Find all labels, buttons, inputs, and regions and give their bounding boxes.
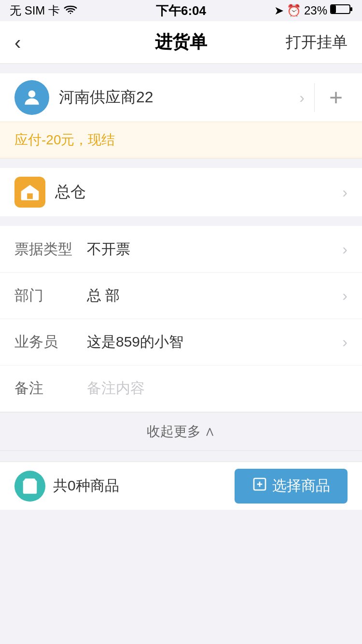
form-card: 票据类型 不开票 › 部门 总 部 › 业务员 这是859的小智 › 备注 备注…: [0, 226, 362, 411]
svg-point-4: [28, 90, 36, 98]
supplier-row[interactable]: 河南供应商22 › +: [0, 73, 362, 122]
invoice-value: 不开票: [82, 239, 342, 259]
cart-icon: [14, 471, 45, 502]
add-supplier-button[interactable]: +: [324, 86, 348, 109]
svg-point-0: [70, 13, 71, 14]
product-count: 共0种商品: [53, 476, 235, 496]
section-divider-4: [0, 451, 362, 461]
collapse-label: 收起更多 ∧: [147, 422, 216, 441]
remark-label: 备注: [14, 378, 82, 398]
department-row[interactable]: 部门 总 部 ›: [0, 272, 362, 319]
supplier-card: 河南供应商22 › + 应付-20元，现结: [0, 73, 362, 158]
status-time: 下午6:04: [156, 2, 206, 19]
page-title: 进货单: [155, 30, 207, 54]
remark-input[interactable]: 备注内容: [82, 378, 348, 398]
product-bar: 共0种商品 选择商品: [0, 462, 362, 510]
supplier-notice: 应付-20元，现结: [0, 122, 362, 158]
salesperson-chevron-icon: ›: [342, 333, 348, 351]
invoice-type-row[interactable]: 票据类型 不开票 ›: [0, 226, 362, 272]
select-product-label: 选择商品: [272, 476, 330, 496]
status-bar: 无 SIM 卡 下午6:04 ➤ ⏰ 23%: [0, 0, 362, 21]
location-icon: ➤: [274, 4, 284, 17]
svg-rect-2: [350, 7, 352, 11]
salesperson-label: 业务员: [14, 332, 82, 352]
warehouse-chevron-icon: ›: [342, 183, 348, 201]
back-button[interactable]: ‹: [14, 33, 21, 52]
warehouse-card: 总仓 ›: [0, 168, 362, 216]
carrier-text: 无 SIM 卡: [10, 3, 60, 18]
department-value: 总 部: [82, 286, 342, 306]
page-background: [0, 510, 362, 644]
battery-percent: 23%: [304, 4, 327, 17]
salesperson-value: 这是859的小智: [82, 332, 342, 352]
warehouse-row[interactable]: 总仓 ›: [0, 168, 362, 216]
svg-rect-5: [27, 193, 33, 199]
supplier-name: 河南供应商22: [59, 87, 299, 108]
department-chevron-icon: ›: [342, 287, 348, 305]
supplier-divider: [314, 83, 315, 112]
svg-rect-3: [331, 5, 336, 13]
invoice-label: 票据类型: [14, 239, 82, 259]
supplier-chevron-icon: ›: [299, 89, 305, 107]
status-left: 无 SIM 卡: [10, 3, 77, 18]
collapse-bar[interactable]: 收起更多 ∧: [0, 412, 362, 451]
warehouse-name: 总仓: [55, 182, 342, 203]
salesperson-row[interactable]: 业务员 这是859的小智 ›: [0, 319, 362, 365]
section-divider-1: [0, 64, 362, 73]
warehouse-icon: [14, 177, 45, 208]
department-label: 部门: [14, 286, 82, 306]
section-divider-3: [0, 216, 362, 226]
battery-icon: [330, 3, 352, 18]
invoice-chevron-icon: ›: [342, 240, 348, 258]
select-product-button[interactable]: 选择商品: [235, 469, 348, 504]
nav-bar: ‹ 进货单 打开挂单: [0, 21, 362, 64]
section-divider-2: [0, 158, 362, 168]
select-product-icon: [252, 476, 267, 495]
open-pending-button[interactable]: 打开挂单: [286, 32, 348, 53]
alarm-icon: ⏰: [287, 4, 301, 17]
supplier-avatar: [14, 80, 49, 115]
remark-row[interactable]: 备注 备注内容: [0, 365, 362, 411]
status-right: ➤ ⏰ 23%: [274, 3, 352, 18]
wifi-icon: [64, 4, 77, 17]
